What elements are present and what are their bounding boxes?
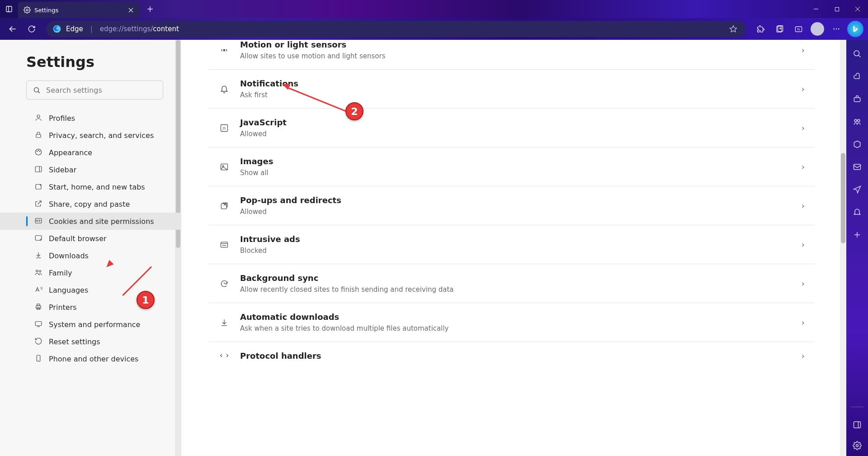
nav-sidebar[interactable]: Sidebar (0, 161, 181, 178)
language-icon: 字 (34, 285, 43, 294)
sidebar-outlook-icon[interactable] (852, 162, 862, 172)
svg-point-30 (39, 151, 40, 152)
svg-point-20 (834, 28, 835, 29)
nav-reset[interactable]: Reset settings (0, 333, 181, 350)
sidebar-bell-icon[interactable] (852, 207, 862, 217)
nav-phone[interactable]: Phone and other devices (0, 350, 181, 367)
svg-point-66 (858, 119, 860, 122)
sync-icon (218, 278, 230, 290)
svg-point-22 (838, 28, 839, 29)
addr-url-prefix: edge://settings/ (100, 25, 153, 33)
cookie-icon (34, 217, 43, 226)
svg-point-28 (37, 151, 38, 152)
nav-family[interactable]: Family (0, 264, 181, 281)
settings-nav-list: Profiles Privacy, search, and services A… (0, 104, 181, 367)
nav-system[interactable]: System and performance (0, 316, 181, 333)
sidebar-drop-icon[interactable] (852, 185, 862, 195)
perm-protocol-handlers[interactable]: Protocol handlers › (208, 342, 815, 369)
svg-point-2 (26, 9, 28, 11)
system-icon (34, 320, 43, 329)
settings-search-input[interactable] (46, 86, 156, 95)
download-icon (218, 317, 230, 328)
palette-icon (34, 148, 43, 157)
nav-start[interactable]: Start, home, and new tabs (0, 178, 181, 195)
sidebar-games-icon[interactable] (852, 117, 862, 127)
tab-title: Settings (34, 7, 123, 14)
nav-privacy[interactable]: Privacy, search, and services (0, 127, 181, 144)
svg-text:fx: fx (797, 27, 800, 30)
profile-button[interactable] (809, 21, 826, 37)
extensions-button[interactable] (752, 21, 769, 37)
favorite-button[interactable] (725, 21, 741, 37)
address-bar[interactable]: Edge | edge://settings/content (46, 21, 746, 37)
new-tab-button[interactable] (143, 2, 157, 16)
nav-appearance[interactable]: Appearance (0, 144, 181, 161)
content-scrollbar[interactable] (840, 40, 846, 456)
svg-point-41 (39, 271, 41, 272)
back-button[interactable] (5, 21, 21, 37)
svg-point-72 (856, 445, 859, 447)
close-window-button[interactable] (847, 0, 868, 18)
maximize-button[interactable] (826, 0, 847, 18)
perm-images[interactable]: ImagesShow all › (208, 147, 815, 186)
bell-icon (218, 83, 230, 95)
sidebar-hide-icon[interactable] (852, 420, 862, 430)
sidebar-m365-icon[interactable] (852, 139, 862, 149)
nav-downloads[interactable]: Downloads (0, 247, 181, 264)
settings-nav-panel: Settings Profiles Privacy, search, and s… (0, 40, 181, 456)
perm-intrusive-ads[interactable]: Intrusive adsBlocked › (208, 225, 815, 264)
svg-text:JS: JS (222, 126, 226, 130)
nav-cookies[interactable]: Cookies and site permissions (0, 213, 181, 230)
chevron-right-icon: › (802, 351, 805, 361)
refresh-button[interactable] (24, 21, 40, 37)
settings-heading: Settings (0, 40, 181, 81)
nav-profiles[interactable]: Profiles (0, 109, 181, 127)
minimize-button[interactable] (806, 0, 826, 18)
svg-text:字: 字 (40, 287, 42, 290)
window-controls (806, 0, 868, 18)
chevron-right-icon: › (802, 240, 805, 249)
chevron-right-icon: › (802, 84, 805, 94)
tab-close-button[interactable] (127, 6, 135, 14)
perm-background-sync[interactable]: Background syncAllow recently closed sit… (208, 264, 815, 303)
settings-content-panel: Motion or light sensorsAllow sites to us… (181, 40, 846, 456)
nav-share[interactable]: Share, copy and paste (0, 195, 181, 213)
popup-icon (218, 200, 230, 212)
svg-rect-0 (6, 6, 12, 12)
perm-popups[interactable]: Pop-ups and redirectsAllowed › (208, 186, 815, 225)
share-icon (34, 200, 43, 209)
nav-default-browser[interactable]: Default browser (0, 230, 181, 247)
svg-marker-13 (730, 26, 737, 32)
sidebar-tools-icon[interactable] (852, 94, 862, 104)
collections-button[interactable] (771, 21, 788, 37)
screenshot-button[interactable]: fx (790, 21, 807, 37)
chevron-right-icon: › (802, 45, 805, 55)
permissions-list: Motion or light sensorsAllow sites to us… (208, 40, 815, 369)
svg-line-24 (38, 91, 40, 93)
sidebar-add-icon[interactable] (852, 230, 862, 240)
browser-tab[interactable]: Settings (18, 2, 140, 18)
sidebar-icon (34, 165, 43, 174)
perm-notifications[interactable]: NotificationsAsk first › (208, 70, 815, 109)
bing-button[interactable] (847, 21, 863, 37)
perm-motion-sensors[interactable]: Motion or light sensorsAllow sites to us… (208, 40, 815, 70)
sidebar-shopping-icon[interactable] (852, 71, 862, 81)
sidebar-search-icon[interactable] (852, 49, 862, 59)
svg-rect-70 (854, 422, 861, 428)
svg-rect-56 (221, 204, 226, 209)
home-icon (34, 182, 43, 191)
tab-actions-button[interactable] (0, 0, 18, 18)
perm-javascript[interactable]: JS JavaScriptAllowed › (208, 109, 815, 147)
annotation-bubble-1: 1 (137, 291, 155, 309)
nav-languages[interactable]: 字Languages (0, 281, 181, 299)
perm-auto-downloads[interactable]: Automatic downloadsAsk when a site tries… (208, 303, 815, 342)
svg-rect-45 (37, 304, 40, 306)
sidebar-divider (851, 407, 863, 407)
browser-icon (34, 234, 43, 243)
settings-search[interactable] (26, 81, 163, 100)
chevron-right-icon: › (802, 201, 805, 210)
svg-line-63 (859, 55, 860, 57)
lock-icon (34, 131, 43, 140)
menu-button[interactable] (828, 21, 844, 37)
sidebar-settings-icon[interactable] (852, 441, 862, 451)
